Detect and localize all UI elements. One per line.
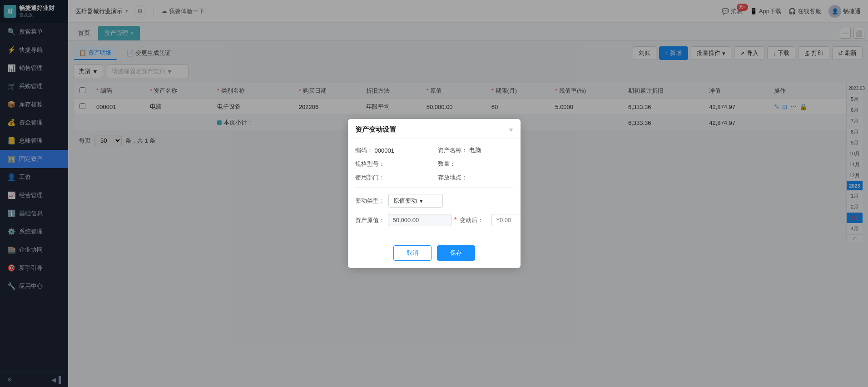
value-row: 资产原值： 50,000.00 * 变动后： — [355, 214, 513, 226]
dialog-divider — [355, 187, 513, 188]
change-type-control: 原值变动 ▾ — [388, 194, 513, 208]
location-label: 存放地点： — [438, 174, 467, 182]
required-mark: * — [454, 216, 457, 224]
dialog-row-2: 规格型号： 数量： — [355, 160, 513, 168]
change-type-value: 原值变动 — [393, 197, 417, 205]
change-type-row: 变动类型： 原值变动 ▾ — [355, 194, 513, 208]
quantity-label: 数量： — [438, 160, 456, 168]
dialog-title: 资产变动设置 — [355, 125, 396, 134]
cancel-button[interactable]: 取消 — [393, 245, 432, 261]
dept-field: 使用部门： — [355, 174, 431, 182]
asset-name-label: 资产名称： — [438, 146, 467, 154]
after-change-label: 变动后： — [460, 216, 489, 224]
dialog-close-button[interactable]: × — [509, 126, 513, 134]
change-type-select[interactable]: 原值变动 ▾ — [388, 194, 443, 208]
dialog-row-3: 使用部门： 存放地点： — [355, 174, 513, 182]
asset-name-value: 电脑 — [469, 146, 481, 154]
asset-change-dialog: 资产变动设置 × 编码： 000001 资产名称： 电脑 规格型号： — [348, 119, 521, 268]
save-button[interactable]: 保存 — [437, 245, 475, 261]
spec-field: 规格型号： — [355, 160, 431, 168]
code-label: 编码： — [355, 146, 373, 154]
dialog-header: 资产变动设置 × — [348, 119, 521, 139]
dept-label: 使用部门： — [355, 174, 385, 182]
original-value-display: 50,000.00 — [388, 214, 451, 226]
quantity-field: 数量： — [438, 160, 513, 168]
asset-name-field: 资产名称： 电脑 — [438, 146, 513, 154]
change-type-label: 变动类型： — [355, 197, 385, 205]
change-type-arrow: ▾ — [420, 198, 423, 204]
dialog-footer: 取消 保存 — [348, 240, 521, 268]
code-field: 编码： 000001 — [355, 146, 431, 154]
dialog-overlay: 资产变动设置 × 编码： 000001 资产名称： 电脑 规格型号： — [0, 0, 868, 387]
spec-label: 规格型号： — [355, 160, 385, 168]
dialog-row-1: 编码： 000001 资产名称： 电脑 — [355, 146, 513, 154]
dialog-body: 编码： 000001 资产名称： 电脑 规格型号： 数量： — [348, 139, 521, 240]
after-change-input[interactable] — [491, 214, 521, 226]
location-field: 存放地点： — [438, 174, 513, 182]
original-value-label: 资产原值： — [355, 216, 384, 224]
code-value: 000001 — [375, 147, 394, 154]
value-control: 50,000.00 * 变动后： — [388, 214, 521, 226]
